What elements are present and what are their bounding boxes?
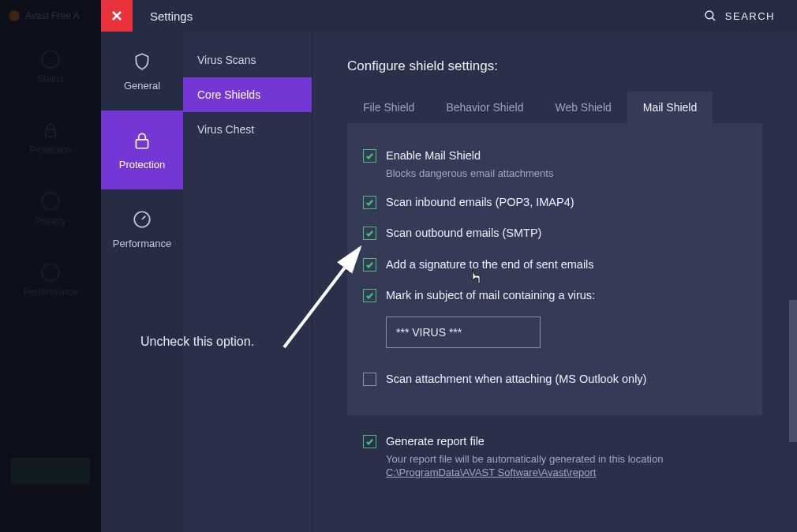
left-rail: Avast Free A Status Protection Privacy P… — [0, 0, 101, 532]
option-sublabel: Blocks dangerous email attachments — [386, 167, 553, 179]
app-logo: Avast Free A — [0, 0, 101, 32]
app-root: Avast Free A Status Protection Privacy P… — [0, 0, 797, 532]
checkbox-scan-attachment[interactable] — [363, 373, 376, 386]
svg-point-2 — [705, 11, 713, 19]
option-label: Mark in subject of mail containing a vir… — [386, 288, 595, 304]
svg-rect-1 — [46, 129, 55, 137]
report-path-link[interactable]: C:\ProgramData\AVAST Software\Avast\repo… — [386, 466, 596, 478]
option-label: Scan attachment when attaching (MS Outlo… — [386, 372, 646, 388]
checkbox-signature[interactable] — [363, 258, 376, 272]
mail-shield-panel: Enable Mail Shield Blocks dangerous emai… — [347, 123, 762, 415]
content-heading: Configure shield settings: — [347, 58, 762, 74]
option-label: Scan outbound emails (SMTP) — [386, 226, 541, 242]
category-column: General Protection Performance — [101, 32, 183, 532]
svg-rect-3 — [136, 139, 148, 148]
option-label: Generate report file — [386, 434, 663, 450]
option-label: Add a signature to the end of sent email… — [386, 257, 594, 273]
annotation-text: Uncheck this option. — [140, 335, 254, 349]
page-title: Settings — [150, 9, 193, 23]
virus-tag-input[interactable] — [386, 317, 541, 348]
subnav-virus-chest[interactable]: Virus Chest — [183, 112, 312, 147]
option-mark-subject: Mark in subject of mail containing a vir… — [363, 280, 746, 312]
subnav-virus-scans[interactable]: Virus Scans — [183, 43, 312, 77]
rail-item-protection[interactable]: Protection — [0, 103, 101, 174]
search-icon — [703, 9, 717, 23]
gauge-icon — [132, 209, 152, 230]
subnav-column: Virus Scans Core Shields Virus Chest — [183, 32, 312, 532]
option-generate-report: Generate report file Your report file wi… — [347, 434, 762, 479]
lock-icon — [132, 130, 152, 151]
search-label: SEARCH — [725, 10, 775, 22]
checkbox-inbound[interactable] — [363, 196, 376, 209]
close-button[interactable] — [101, 0, 133, 32]
option-scan-inbound: Scan inbound emails (POP3, IMAP4) — [363, 187, 746, 219]
checkbox-enable[interactable] — [363, 149, 376, 163]
search-button[interactable]: SEARCH — [703, 9, 775, 23]
category-performance[interactable]: Performance — [101, 189, 183, 268]
subnav-core-shields[interactable]: Core Shields — [183, 77, 312, 112]
rail-item-performance[interactable]: Performance — [0, 245, 101, 316]
checkbox-outbound[interactable] — [363, 227, 376, 240]
tab-file-shield[interactable]: File Shield — [347, 92, 430, 123]
option-scan-attachment: Scan attachment when attaching (MS Outlo… — [363, 364, 746, 395]
shield-icon — [132, 51, 152, 72]
settings-body: General Protection Performance Virus Sca… — [101, 32, 797, 532]
content-area: Configure shield settings: File Shield B… — [312, 32, 797, 532]
tab-mail-shield[interactable]: Mail Shield — [627, 92, 713, 123]
option-sublabel: Your report file will be automatically g… — [386, 453, 663, 465]
rail-item-privacy[interactable]: Privacy — [0, 174, 101, 245]
scrollbar[interactable] — [789, 300, 797, 442]
checkbox-report[interactable] — [363, 435, 376, 448]
category-general[interactable]: General — [101, 32, 183, 111]
option-label: Enable Mail Shield — [386, 148, 553, 164]
option-label: Scan inbound emails (POP3, IMAP4) — [386, 195, 574, 211]
checkbox-mark-subject[interactable] — [363, 289, 376, 302]
svg-point-0 — [9, 10, 19, 21]
rail-item-status[interactable]: Status — [0, 32, 101, 103]
rail-action-button[interactable] — [11, 458, 90, 485]
tab-behavior-shield[interactable]: Behavior Shield — [430, 92, 539, 123]
tab-web-shield[interactable]: Web Shield — [539, 92, 627, 123]
option-enable-mail-shield: Enable Mail Shield Blocks dangerous emai… — [363, 140, 746, 187]
shield-tabs: File Shield Behavior Shield Web Shield M… — [347, 92, 762, 123]
option-add-signature: Add a signature to the end of sent email… — [363, 249, 746, 281]
category-protection[interactable]: Protection — [101, 111, 183, 189]
settings-header: Settings SEARCH — [101, 0, 797, 32]
option-scan-outbound: Scan outbound emails (SMTP) — [363, 218, 746, 249]
